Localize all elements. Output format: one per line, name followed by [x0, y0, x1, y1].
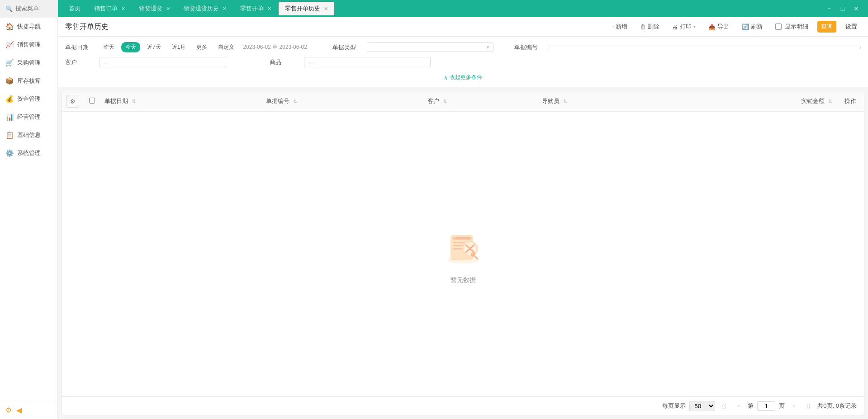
tab-sales-return[interactable]: 销货退货 ✕: [133, 2, 176, 15]
checkbox-icon: [775, 24, 782, 30]
th-customer[interactable]: 客户 ⇅: [423, 91, 537, 112]
filter-date-buttons: 昨天 今天 近7天 近1月 更多 自定义 2023-06-02 至 2023-0…: [100, 42, 307, 52]
type-select[interactable]: ▾: [367, 42, 493, 52]
date-btn-yesterday[interactable]: 昨天: [100, 42, 119, 52]
refresh-icon: 🔄: [742, 24, 749, 30]
tab-close-sales-return-history[interactable]: ✕: [223, 6, 227, 12]
current-page-input[interactable]: [757, 401, 775, 411]
data-table: ⚙ 单据日期 ⇅ 单据编号 ⇅: [62, 91, 864, 112]
page-label-before: 第: [748, 402, 754, 410]
minimize-btn[interactable]: －: [824, 4, 834, 14]
customer-dots: ...: [104, 59, 109, 66]
sidebar-item-operations[interactable]: 📊 经营管理: [0, 108, 57, 126]
goods-dots: ...: [308, 59, 313, 66]
per-page-select[interactable]: 50 100 200: [689, 401, 715, 411]
refresh-button[interactable]: 🔄 刷新: [738, 21, 766, 33]
per-page-label: 每页显示: [662, 402, 686, 410]
tab-close-sales-return[interactable]: ✕: [166, 6, 170, 12]
prev-page-btn[interactable]: ＜: [733, 400, 744, 411]
sidebar-item-label: 基础信息: [17, 131, 41, 139]
sidebar-item-purchase-mgmt[interactable]: 🛒 采购管理: [0, 54, 57, 72]
tab-sales-order[interactable]: 销售订单 ✕: [88, 2, 132, 15]
filter-area: 单据日期 昨天 今天 近7天 近1月 更多 自定义 2023-06-02 至 2…: [58, 37, 868, 87]
tab-sales-return-history[interactable]: 销货退货历史 ✕: [177, 2, 233, 15]
filter-row-2: 客户 ... 商品 ...: [65, 57, 861, 67]
th-guide[interactable]: 导购员 ⇅: [537, 91, 675, 112]
sidebar-search-label: 搜索菜单: [15, 5, 39, 13]
sidebar-item-label: 经营管理: [17, 113, 41, 121]
tab-retail-history[interactable]: 零售开单历史 ✕: [279, 2, 334, 15]
settings-button[interactable]: 设置: [842, 21, 861, 33]
tab-close-retail-history[interactable]: ✕: [324, 6, 328, 12]
print-button[interactable]: 🖨 打印 ▾: [669, 21, 699, 33]
table-settings-btn[interactable]: ⚙: [66, 95, 79, 108]
th-checkbox: [84, 91, 100, 112]
date-btn-more[interactable]: 更多: [192, 42, 211, 52]
total-info: 共0页, 0条记录: [817, 402, 857, 410]
date-btn-last-month[interactable]: 近1月: [168, 42, 190, 52]
sidebar-item-inventory[interactable]: 📦 库存核算: [0, 72, 57, 90]
type-label: 单据类型: [332, 43, 360, 52]
date-btn-today[interactable]: 今天: [121, 42, 140, 52]
filter-row-1: 单据日期 昨天 今天 近7天 近1月 更多 自定义 2023-06-02 至 2…: [65, 42, 861, 52]
th-date[interactable]: 单据日期 ⇅: [100, 91, 261, 112]
sidebar-item-sales-mgmt[interactable]: 📈 销售管理: [0, 36, 57, 54]
sort-number-icon: ⇅: [293, 99, 297, 104]
sort-date-icon: ⇅: [132, 99, 136, 104]
sort-guide-icon: ⇅: [563, 99, 567, 104]
inventory-icon: 📦: [5, 77, 14, 85]
date-btn-custom[interactable]: 自定义: [214, 42, 238, 52]
close-btn[interactable]: ✕: [851, 4, 861, 14]
next-page-btn[interactable]: ＞: [788, 400, 799, 411]
print-icon: 🖨: [672, 24, 678, 30]
collapse-filter-btn[interactable]: ∧ 收起更多条件: [65, 72, 861, 83]
export-icon: 📤: [708, 24, 716, 30]
sales-icon: 📈: [5, 41, 14, 49]
sidebar-search[interactable]: 🔍 搜索菜单: [0, 0, 57, 18]
tab-bar: 首页 销售订单 ✕ 销货退货 ✕ 销货退货历史 ✕ 零售开单 ✕ 零售开单历史 …: [58, 0, 868, 17]
export-button[interactable]: 📤 导出: [705, 21, 733, 33]
th-number[interactable]: 单据编号 ⇅: [261, 91, 423, 112]
tab-close-retail-open[interactable]: ✕: [267, 6, 271, 12]
customer-input[interactable]: ...: [100, 57, 226, 67]
goods-label: 商品: [270, 58, 297, 66]
page-label-after: 页: [779, 402, 785, 410]
maximize-btn[interactable]: □: [838, 4, 848, 14]
last-page-btn[interactable]: ⟩⟩: [803, 400, 814, 411]
date-label: 单据日期: [65, 43, 92, 52]
th-amount[interactable]: 实销金额 ⇅: [675, 91, 837, 112]
tab-close-sales-order[interactable]: ✕: [121, 6, 125, 12]
settings-footer-btn[interactable]: ⚙: [5, 406, 12, 414]
display-detail-button[interactable]: 显示明细: [772, 21, 812, 33]
sidebar-item-basic-info[interactable]: 📋 基础信息: [0, 126, 57, 144]
delete-button[interactable]: 🗑 删除: [636, 21, 663, 33]
sidebar-item-label: 快捷导航: [17, 23, 41, 31]
first-page-btn[interactable]: ⟨⟨: [719, 400, 730, 411]
collapse-sidebar-btn[interactable]: ◀: [16, 406, 22, 414]
finance-icon: 💰: [5, 95, 14, 103]
content-area: 零售开单历史 + 新增 🗑 删除 🖨 打印 ▾ 📤 导出: [58, 17, 868, 419]
pagination: 每页显示 50 100 200 ⟨⟨ ＜ 第 页 ＞ ⟩⟩ 共0页, 0条记录: [62, 396, 864, 415]
sort-amount-icon: ⇅: [828, 99, 832, 104]
sidebar-item-label: 资金管理: [17, 95, 41, 103]
chevron-up-icon: ∧: [444, 75, 448, 81]
svg-rect-2: [453, 237, 471, 240]
sidebar-item-finance[interactable]: 💰 资金管理: [0, 90, 57, 108]
search-icon: 🔍: [5, 5, 13, 12]
purchase-icon: 🛒: [5, 59, 14, 67]
number-input[interactable]: [549, 46, 861, 49]
goods-input[interactable]: ...: [304, 57, 431, 67]
empty-text: 暂无数据: [451, 276, 476, 284]
home-icon: 🏠: [5, 23, 14, 31]
tab-retail-open[interactable]: 零售开单 ✕: [234, 2, 278, 15]
select-all-checkbox[interactable]: [89, 98, 95, 104]
query-button[interactable]: 查询: [817, 21, 836, 33]
sidebar-item-sys-mgmt[interactable]: ⚙️ 系统管理: [0, 144, 57, 162]
delete-icon: 🗑: [640, 24, 646, 30]
tab-home[interactable]: 首页: [62, 2, 87, 15]
date-btn-last7[interactable]: 近7天: [143, 42, 165, 52]
customer-label: 客户: [65, 58, 92, 66]
sidebar: 🔍 搜索菜单 🏠 快捷导航 📈 销售管理 🛒 采购管理 📦 库存核算 💰 资金管…: [0, 0, 58, 419]
add-button[interactable]: + 新增: [608, 21, 631, 33]
sidebar-item-quick-nav[interactable]: 🏠 快捷导航: [0, 18, 57, 36]
